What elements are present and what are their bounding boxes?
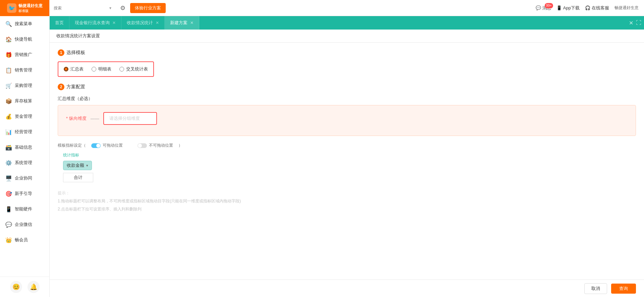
page-title: 收款情况统计方案设置 [56,33,100,38]
tab-bank-flow[interactable]: 现金银行流水查询 ✕ [69,16,121,30]
option-detail[interactable]: 明细表 [92,66,111,72]
legend-separator [128,143,132,148]
tab-bank-flow-close[interactable]: ✕ [112,20,116,25]
home-icon: 🏠 [5,36,12,43]
basic-info-icon: 🗃️ [5,144,12,151]
sidebar-item-enterprise[interactable]: 🖥️ 企业协同 [0,170,49,186]
draggable-toggle[interactable] [91,143,101,148]
sidebar-item-basic-info[interactable]: 🗃️ 基础信息 [0,140,49,155]
template-options-box: 汇总表 明细表 交叉统计表 [58,61,154,77]
header-right: 💬 消息 99+ 📱 App下载 🎧 在线客服 畅捷通好生意 [530,5,644,11]
sidebar-item-operations[interactable]: 📊 经营管理 [0,124,49,140]
sidebar-item-guide[interactable]: 🎯 新手引导 [0,186,49,201]
message-icon: 💬 [536,5,541,10]
sidebar-bottom-btn-left[interactable]: 😊 [10,281,22,293]
cancel-button[interactable]: 取消 [584,283,607,294]
username-label: 畅捷通好生意 [614,5,639,11]
indicator-tag-amount[interactable]: 收款金额 ▾ [63,161,92,170]
operations-icon: 📊 [5,129,12,135]
sidebar-item-search-menu[interactable]: 🔍 搜索菜单 [0,16,49,32]
indicators-body: 统计指标 收款金额 ▾ 合计 [63,152,636,182]
enterprise-icon: 🖥️ [5,175,12,182]
message-badge: 99+ [545,3,553,8]
dimension-arrow: —— [91,116,99,121]
step2-header: 2 方案配置 [58,84,636,90]
inventory-icon: 📦 [5,98,12,104]
content-area: 1 选择模板 汇总表 明细表 交叉统计表 2 [50,43,644,293]
sidebar-item-inventory[interactable]: 📦 库存核算 [0,93,49,109]
option-cross[interactable]: 交叉统计表 [119,66,148,72]
capital-icon: 💰 [5,113,12,120]
non-draggable-toggle[interactable] [138,143,147,148]
header: ▾ ⚙ 体验行业方案 💬 消息 99+ 📱 App下载 🎧 在线客服 畅捷通好生… [50,0,644,16]
close-window-icon[interactable]: ✕ [629,20,633,26]
option-summary[interactable]: 汇总表 [64,66,84,72]
system-icon: ⚙️ [5,160,12,166]
indicator-sub-row: 合计 [63,173,636,182]
sidebar-item-smart-hardware[interactable]: 📱 智能硬件 [0,201,49,217]
tag-label: 收款金额 [67,162,84,168]
trial-btn[interactable]: 体验行业方案 [130,3,166,13]
sidebar-item-system[interactable]: ⚙️ 系统管理 [0,155,49,170]
dimension-area: * 纵向维度 —— 请选择分组维度 [58,105,636,136]
tab-collection-stat[interactable]: 收款情况统计 ✕ [121,16,165,30]
gift-icon: 🎁 [5,52,12,58]
tips-title: 提示： [58,191,70,195]
message-btn[interactable]: 💬 消息 99+ [536,5,551,11]
vertical-dimension-label: * 纵向维度 [66,115,87,121]
dimension-select[interactable]: 请选择分组维度 [103,112,157,125]
legend-label-suffix: ） [178,143,182,148]
online-chat-btn[interactable]: 🎧 在线客服 [585,5,609,11]
search-input[interactable] [54,6,107,10]
sidebar-item-capital[interactable]: 💰 资金管理 [0,109,49,124]
tab-collection-stat-close[interactable]: ✕ [156,20,159,25]
legend-draggable: 可拖动位置 [91,143,123,148]
sidebar-bottom-btn-right[interactable]: 🔔 [28,281,40,293]
edition-badge: 标准版 [18,9,43,13]
tips-item-1: 1.拖动标题栏可以调整布局，不可跨维度或指标区域拖动目字段(只能在同一维度或指标… [58,197,636,205]
settings-icon[interactable]: ⚙ [117,4,129,12]
main-content: 收款情况统计方案设置 1 选择模板 汇总表 明细表 交叉统计表 [50,30,644,297]
logo-text: 畅捷通好生意 标准版 [18,3,43,13]
tab-home[interactable]: 首页 [50,16,69,30]
sidebar-item-member[interactable]: 👑 畅会员 [0,232,49,248]
sidebar-item-marketing[interactable]: 🎁 营销推广 [0,47,49,62]
radio-summary[interactable] [64,67,68,71]
maximize-window-icon[interactable]: ⛶ [636,20,641,26]
sub-cell-total: 合计 [63,173,93,182]
legend-label-prefix: 模板指标设定（ [58,143,86,148]
header-search-area: ▾ [50,0,117,16]
step2-section: 2 方案配置 汇总维度（必选） * 纵向维度 —— 请选择分组维度 模板指标设定… [58,84,636,213]
tips-area: 提示： 1.拖动标题栏可以调整布局，不可跨维度或指标区域拖动目字段(只能在同一维… [58,189,636,213]
search-chevron-icon[interactable]: ▾ [109,6,111,10]
tag-chevron-icon: ▾ [86,163,88,168]
tips-item-2: 2.点击标题栏下拉可设置排序、插入列和删除列 [58,205,636,213]
app-download-btn[interactable]: 📱 App下载 [556,5,580,11]
step2-label: 方案配置 [66,84,85,90]
query-button[interactable]: 查询 [611,284,636,294]
sidebar-item-wechat[interactable]: 💬 企业微信 [0,217,49,232]
legend-non-draggable: 不可拖动位置 [138,143,173,148]
guide-icon: 🎯 [5,191,12,197]
chat-icon: 🎧 [585,5,590,10]
step1-badge: 1 [58,49,64,56]
indicators-section: 模板指标设定（ 可拖动位置 不可拖动位置 ） 统计指标 [58,143,636,182]
bottom-bar: 取消 查询 [50,280,644,297]
non-draggable-label: 不可拖动位置 [149,143,173,148]
sidebar: 🐦 畅捷通好生意 标准版 🔍 搜索菜单 🏠 快捷导航 🎁 营销推广 📋 销售管理… [0,0,50,297]
indicator-tags-row: 收款金额 ▾ [63,161,636,171]
radio-detail[interactable] [92,67,96,71]
sidebar-item-quick-nav[interactable]: 🏠 快捷导航 [0,32,49,47]
app-icon: 📱 [556,5,562,10]
tab-new-plan-close[interactable]: ✕ [190,20,194,25]
indicators-group-label: 统计指标 [63,152,636,158]
sidebar-item-sales[interactable]: 📋 销售管理 [0,62,49,78]
vertical-dimension-row: * 纵向维度 —— 请选择分组维度 [66,112,628,125]
sidebar-item-purchase[interactable]: 🛒 采购管理 [0,78,49,93]
window-controls: ✕ ⛶ [626,16,644,30]
tab-new-plan[interactable]: 新建方案 ✕ [165,16,199,30]
step1-section: 1 选择模板 汇总表 明细表 交叉统计表 [58,49,636,77]
purchase-icon: 🛒 [5,83,12,89]
radio-cross[interactable] [119,67,124,71]
dimension-title: 汇总维度（必选） [58,96,636,102]
